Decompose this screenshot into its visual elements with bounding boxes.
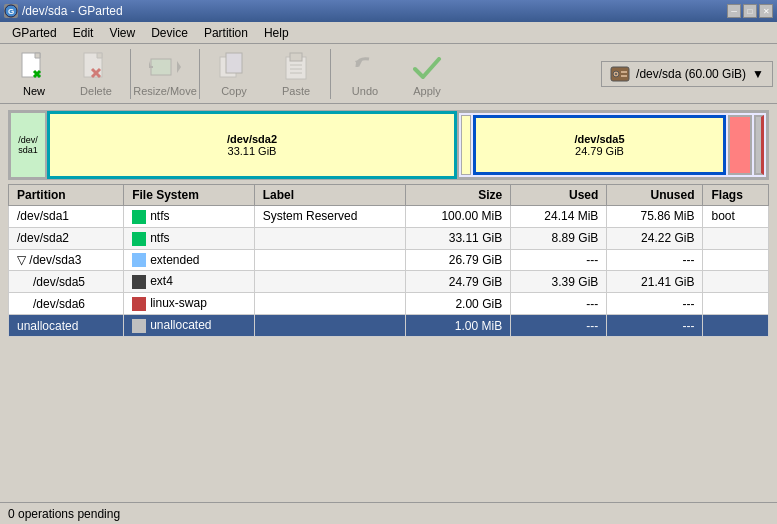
toolbar-separator-2 [199,49,200,99]
viz-sda6[interactable] [728,115,752,175]
disk-visualization: /dev/sda1 /dev/sda2 33.11 GiB /dev/sda5 … [8,110,769,180]
copy-label: Copy [221,85,247,97]
svg-marker-7 [97,53,102,58]
col-flags: Flags [703,185,769,206]
new-label: New [23,85,45,97]
viz-sda5[interactable]: /dev/sda5 24.79 GiB [473,115,726,175]
maximize-button[interactable]: □ [743,4,757,18]
menu-help[interactable]: Help [256,24,297,42]
titlebar-buttons: ─ □ ✕ [727,4,773,18]
viz-sda2[interactable]: /dev/sda2 33.11 GiB [47,111,457,179]
copy-icon [218,51,250,83]
apply-label: Apply [413,85,441,97]
resize-button[interactable]: Resize/Move [135,47,195,101]
new-icon [18,51,50,83]
svg-text:G: G [8,7,14,16]
col-unused: Unused [607,185,703,206]
device-info[interactable]: /dev/sda (60.00 GiB) ▼ [601,61,773,87]
col-partition: Partition [9,185,124,206]
titlebar-left: G /dev/sda - GParted [4,4,123,18]
undo-button[interactable]: Undo [335,47,395,101]
status-text: 0 operations pending [8,507,120,521]
undo-label: Undo [352,85,378,97]
titlebar-icon: G [4,4,18,18]
menu-partition[interactable]: Partition [196,24,256,42]
svg-rect-17 [290,53,302,61]
delete-button[interactable]: Delete [66,47,126,101]
new-button[interactable]: New [4,47,64,101]
paste-icon [280,51,312,83]
svg-point-24 [615,73,617,75]
menu-view[interactable]: View [101,24,143,42]
disk-icon [610,64,630,84]
paste-button[interactable]: Paste [266,47,326,101]
table-row[interactable]: /dev/sda5 ext4 24.79 GiB 3.39 GiB 21.41 … [9,271,769,293]
delete-label: Delete [80,85,112,97]
delete-icon [80,51,112,83]
resize-icon [149,51,181,83]
device-label: /dev/sda (60.00 GiB) [636,67,746,81]
svg-rect-10 [151,59,171,75]
menubar: GParted Edit View Device Partition Help [0,22,777,44]
partition-table: Partition File System Label Size Used Un… [8,184,769,337]
resize-label: Resize/Move [133,85,197,97]
statusbar: 0 operations pending [0,502,777,524]
viz-unallocated[interactable] [754,115,764,175]
col-filesystem: File System [124,185,255,206]
toolbar-separator-1 [130,49,131,99]
viz-sda1[interactable]: /dev/sda1 [9,111,47,179]
close-button[interactable]: ✕ [759,4,773,18]
titlebar-title: /dev/sda - GParted [22,4,123,18]
paste-label: Paste [282,85,310,97]
table-row[interactable]: ▽ /dev/sda3 extended 26.79 GiB --- --- [9,249,769,271]
svg-marker-3 [35,53,40,58]
svg-rect-15 [226,53,242,73]
titlebar: G /dev/sda - GParted ─ □ ✕ [0,0,777,22]
copy-button[interactable]: Copy [204,47,264,101]
table-row[interactable]: /dev/sda1 ntfs System Reserved 100.00 Mi… [9,206,769,228]
menu-edit[interactable]: Edit [65,24,102,42]
viz-extended-unalloc-left [461,115,471,175]
menu-device[interactable]: Device [143,24,196,42]
table-row[interactable]: /dev/sda2 ntfs 33.11 GiB 8.89 GiB 24.22 … [9,227,769,249]
col-size: Size [405,185,510,206]
menu-gparted[interactable]: GParted [4,24,65,42]
table-row[interactable]: /dev/sda6 linux-swap 2.00 GiB --- --- [9,293,769,315]
table-row[interactable]: unallocated unallocated 1.00 MiB --- --- [9,315,769,337]
minimize-button[interactable]: ─ [727,4,741,18]
apply-icon [411,51,443,83]
col-label: Label [254,185,405,206]
svg-rect-25 [621,71,627,73]
apply-button[interactable]: Apply [397,47,457,101]
toolbar: New Delete Resize/Move [0,44,777,104]
undo-icon [349,51,381,83]
col-used: Used [511,185,607,206]
device-dropdown-icon[interactable]: ▼ [752,67,764,81]
toolbar-separator-3 [330,49,331,99]
viz-extended[interactable]: /dev/sda5 24.79 GiB [457,111,768,179]
svg-rect-26 [621,75,627,77]
